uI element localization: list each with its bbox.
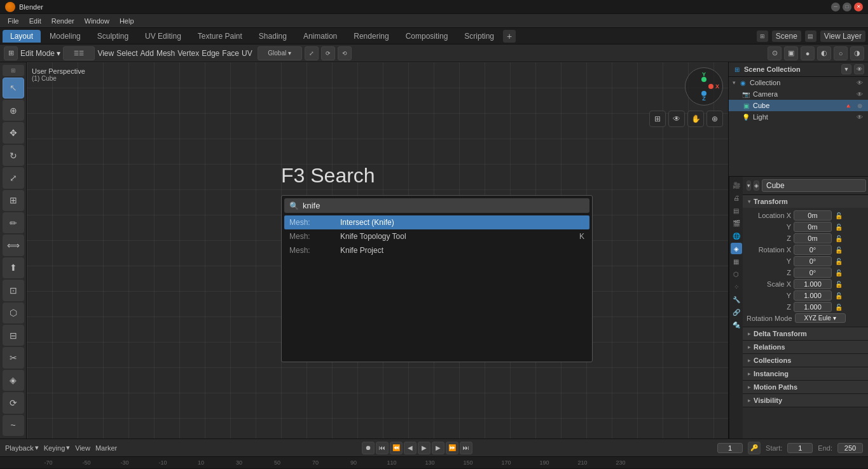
f3-result-2[interactable]: Mesh: Knife Project (284, 243, 589, 257)
xray-btn[interactable]: ▣ (784, 46, 798, 60)
rotation-x[interactable] (794, 245, 832, 255)
prop-world-icon[interactable]: 🌐 (731, 230, 742, 241)
transform-icon2[interactable]: ⟳ (321, 46, 335, 60)
scale-x-lock[interactable]: 🔓 (834, 280, 843, 289)
tab-modeling[interactable]: Modeling (42, 30, 88, 43)
light-visibility[interactable]: 👁 (855, 112, 864, 121)
prop-physics-icon[interactable]: 🔧 (731, 294, 742, 305)
transform-global[interactable]: Global ▾ (258, 46, 302, 60)
tab-layout[interactable]: Layout (3, 30, 41, 43)
uv-menu[interactable]: UV (242, 49, 252, 58)
scale-x[interactable] (794, 279, 832, 289)
object-mode-icon[interactable]: ⊞ (4, 46, 18, 60)
rotation-z[interactable] (794, 268, 832, 278)
prop-particles-icon[interactable]: ⁘ (731, 281, 742, 292)
prop-object-icon[interactable]: ◈ (731, 243, 742, 254)
tab-compositing[interactable]: Compositing (398, 30, 456, 43)
location-x[interactable] (794, 210, 832, 221)
visibility-header[interactable]: ▸ Visibility (743, 394, 868, 407)
add-menu[interactable]: Add (141, 49, 154, 58)
props-header-icon[interactable]: ◈ (754, 180, 759, 191)
prop-modifiers-icon[interactable]: 🔩 (731, 319, 742, 330)
current-frame-input[interactable] (717, 443, 743, 453)
annotate-tool[interactable]: ✏ (3, 212, 24, 233)
object-name-input[interactable] (762, 179, 866, 192)
scale-y-lock[interactable]: 🔓 (834, 291, 843, 300)
gizmo-area[interactable]: X Y Z ⊞ 👁 ✋ ⊕ (649, 67, 723, 127)
loop-cut-tool[interactable]: ⊟ (3, 325, 24, 346)
toolbar-expand[interactable]: ⊞ (3, 65, 24, 76)
tab-sculpting[interactable]: Sculpting (90, 30, 136, 43)
next-frame-btn[interactable]: ▶ (432, 442, 444, 454)
rotation-y[interactable] (794, 256, 832, 266)
outliner-filter-btn[interactable]: ▼ (841, 64, 851, 74)
vertex-menu[interactable]: Vertex (177, 49, 199, 58)
outliner-item-cube[interactable]: ▣ Cube 🔺 ⊕ (729, 100, 868, 111)
menu-edit[interactable]: Edit (24, 16, 46, 26)
end-frame-input[interactable] (837, 443, 863, 453)
minimize-button[interactable]: ─ (831, 3, 840, 11)
instancing-header[interactable]: ▸ Instancing (743, 367, 868, 380)
jump-start-btn[interactable]: ⏮ (376, 442, 389, 454)
viewport-zoom-btn[interactable]: ⊕ (706, 111, 723, 127)
extrude-tool[interactable]: ⬆ (3, 257, 24, 278)
maximize-button[interactable]: □ (843, 3, 851, 11)
close-button[interactable]: ✕ (854, 3, 863, 11)
camera-visibility[interactable]: 👁 (855, 90, 864, 99)
view-menu[interactable]: View (97, 49, 114, 58)
prev-frame-btn[interactable]: ◀ (404, 442, 417, 454)
next-keyframe-btn[interactable]: ⏩ (446, 442, 458, 454)
rotation-y-lock[interactable]: 🔓 (834, 257, 843, 266)
f3-result-0[interactable]: Mesh: Intersect (Knife) (284, 215, 589, 229)
transform-icon3[interactable]: ⟲ (338, 46, 352, 60)
record-btn[interactable]: ⏺ (362, 442, 375, 454)
poly-build-tool[interactable]: ◈ (3, 370, 24, 391)
cube-mode-icon[interactable]: ⊕ (855, 101, 864, 110)
viewport-shade1[interactable]: ● (801, 46, 815, 60)
overlays-btn[interactable]: ⊙ (768, 46, 782, 60)
viewport-grab-btn[interactable]: ✋ (687, 111, 704, 127)
cube-visibility[interactable]: 🔺 (844, 101, 853, 110)
rotation-mode-value[interactable]: XYZ Eule ▾ (795, 313, 846, 323)
f3-search-input[interactable] (303, 201, 584, 210)
select-tool[interactable]: ↖ (3, 78, 24, 99)
location-y[interactable] (794, 222, 832, 232)
menu-window[interactable]: Window (79, 16, 114, 26)
rotate-tool[interactable]: ↻ (3, 145, 24, 166)
mesh-menu[interactable]: Mesh (156, 49, 175, 58)
marker-menu[interactable]: Marker (95, 444, 117, 452)
navigation-gizmo[interactable]: X Y Z (685, 67, 723, 105)
collections-header[interactable]: ▸ Collections (743, 354, 868, 367)
prop-constraints-icon[interactable]: 🔗 (731, 306, 742, 318)
menu-help[interactable]: Help (114, 16, 139, 26)
tab-animation[interactable]: Animation (296, 30, 345, 43)
face-menu[interactable]: Face (222, 49, 239, 58)
playback-menu[interactable]: Playback ▾ (5, 444, 39, 452)
smooth-tool[interactable]: ~ (3, 415, 24, 436)
bevel-tool[interactable]: ⬡ (3, 302, 24, 323)
measure-tool[interactable]: ⟺ (3, 234, 24, 255)
edge-menu[interactable]: Edge (202, 49, 219, 58)
overlay-icons[interactable]: ☰☰ (63, 46, 95, 60)
tab-texture-paint[interactable]: Texture Paint (190, 30, 250, 43)
menu-render[interactable]: Render (46, 16, 79, 26)
cursor-tool[interactable]: ⊕ (3, 100, 24, 121)
spin-tool[interactable]: ⟳ (3, 392, 24, 413)
collection-visibility[interactable]: 👁 (855, 78, 864, 87)
keyframe-btn[interactable]: 🔑 (748, 442, 761, 454)
rotation-x-lock[interactable]: 🔓 (834, 245, 843, 254)
prop-output-icon[interactable]: 🖨 (731, 192, 742, 203)
view-layer-name[interactable]: View Layer (820, 31, 865, 42)
outliner-item-collection[interactable]: ▾ ◉ Collection 👁 (729, 77, 868, 88)
tab-uv-editing[interactable]: UV Editing (137, 30, 189, 43)
mode-selector[interactable]: Edit Mode ▾ (20, 49, 60, 58)
location-z[interactable] (794, 233, 832, 243)
outliner-item-light[interactable]: 💡 Light 👁 (729, 111, 868, 123)
f3-result-1[interactable]: Mesh: Knife Topology Tool K (284, 229, 589, 243)
outliner-new-collection-btn[interactable]: 👁 (854, 64, 864, 74)
location-z-lock[interactable]: 🔓 (834, 234, 843, 243)
viewport-camera-btn[interactable]: ⊞ (649, 111, 666, 127)
motion-paths-header[interactable]: ▸ Motion Paths (743, 381, 868, 393)
outliner-item-camera[interactable]: 📷 Camera 👁 (729, 88, 868, 100)
viewport[interactable]: User Perspective (1) Cube X Y Z ⊞ 👁 ✋ ⊕ (27, 62, 728, 438)
